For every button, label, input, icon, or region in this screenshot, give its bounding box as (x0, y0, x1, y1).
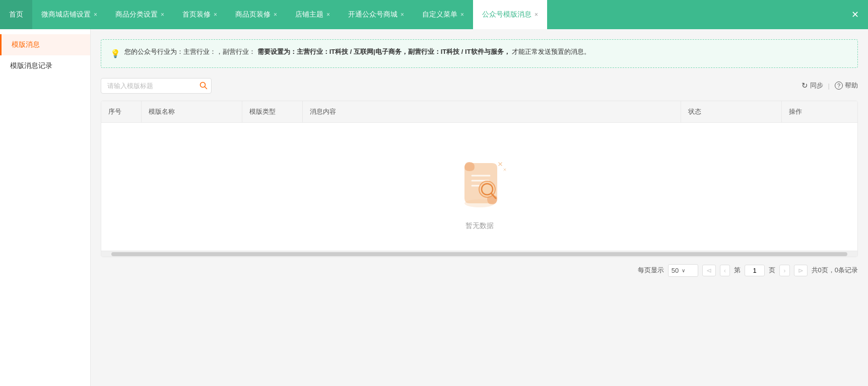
col-name: 模版名称 (142, 101, 242, 122)
tab-homepage-deco-label: 首页装修 (182, 10, 211, 19)
table-scrollbar[interactable] (101, 251, 857, 257)
page-label: 第 (734, 266, 741, 275)
tab-open-mall-close[interactable]: × (400, 11, 404, 18)
tab-custom-menu-close[interactable]: × (460, 11, 464, 18)
tab-product-category-label: 商品分类设置 (115, 10, 158, 19)
data-table: 序号 模版名称 模版类型 消息内容 状态 操作 (101, 101, 858, 257)
notice-icon: 💡 (110, 47, 120, 60)
prev-page-button[interactable]: ‹ (720, 265, 730, 276)
search-left (101, 78, 212, 94)
pagination: 每页显示 50 ∨ ⊲ ‹ 第 页 › ⊳ 共0页，0条记录 (101, 257, 858, 277)
empty-svg (449, 153, 510, 213)
search-right: ↻ 同步 | ? 帮助 (802, 81, 858, 90)
first-page-button[interactable]: ⊲ (702, 265, 716, 276)
tab-custom-menu-label: 自定义菜单 (422, 10, 457, 19)
search-bar: ↻ 同步 | ? 帮助 (101, 78, 858, 94)
search-icon (199, 82, 208, 90)
col-type: 模版类型 (242, 101, 303, 122)
sidebar-item-template-msg-record-label: 模版消息记录 (10, 61, 52, 69)
empty-illustration (449, 153, 510, 213)
tab-store-theme[interactable]: 店铺主题 × (286, 0, 339, 29)
tab-homepage-deco[interactable]: 首页装修 × (173, 0, 226, 29)
col-status: 状态 (681, 101, 782, 122)
tab-home[interactable]: 首页 (0, 0, 32, 29)
col-action: 操作 (782, 101, 857, 122)
tab-product-category[interactable]: 商品分类设置 × (106, 0, 173, 29)
sidebar-item-template-msg[interactable]: 模版消息 (0, 34, 90, 55)
tab-product-deco-label: 商品页装修 (235, 10, 271, 19)
table-header: 序号 模版名称 模版类型 消息内容 状态 操作 (101, 101, 857, 123)
notice-text: 您的公众号行业为：主营行业：，副营行业： 需要设置为：主营行业：IT科技 / 互… (124, 47, 590, 57)
col-content: 消息内容 (303, 101, 681, 122)
tab-store-theme-close[interactable]: × (326, 11, 330, 18)
divider: | (828, 82, 830, 90)
tab-homepage-deco-close[interactable]: × (214, 11, 217, 18)
tab-wshop-settings[interactable]: 微商城店铺设置 × (32, 0, 106, 29)
page-total: 共0页，0条记录 (812, 266, 858, 275)
per-page-label: 每页显示 (638, 266, 664, 275)
tab-wshop-settings-close[interactable]: × (94, 11, 97, 18)
tab-open-mall-label: 开通公众号商城 (348, 10, 397, 19)
content-area: 💡 您的公众号行业为：主营行业：，副营行业： 需要设置为：主营行业：IT科技 /… (91, 29, 868, 386)
help-icon: ? (835, 82, 843, 90)
empty-text: 暂无数据 (465, 221, 494, 230)
close-all-tabs-button[interactable]: ✕ (842, 0, 868, 29)
sync-icon: ↻ (802, 81, 808, 90)
tab-store-theme-label: 店铺主题 (295, 10, 323, 19)
last-page-button[interactable]: ⊳ (794, 265, 808, 276)
top-nav: 首页 微商城店铺设置 × 商品分类设置 × 首页装修 × 商品页装修 × 店铺主… (0, 0, 868, 29)
tab-template-msg[interactable]: 公众号模版消息 × (473, 0, 547, 29)
search-input[interactable] (101, 78, 212, 94)
sidebar: 模版消息 模版消息记录 (0, 29, 91, 386)
tab-product-deco-close[interactable]: × (274, 11, 277, 18)
tab-product-deco[interactable]: 商品页装修 × (226, 0, 286, 29)
tab-wshop-settings-label: 微商城店铺设置 (41, 10, 91, 19)
help-button[interactable]: ? 帮助 (835, 81, 858, 90)
notice-text-highlight: 需要设置为：主营行业：IT科技 / 互联网|电子商务，副营行业：IT科技 / I… (257, 48, 510, 55)
tab-home-label: 首页 (9, 10, 23, 19)
per-page-select[interactable]: 50 ∨ (668, 264, 698, 277)
page-unit: 页 (769, 266, 775, 275)
empty-state: 暂无数据 (101, 123, 857, 251)
tab-template-msg-close[interactable]: × (535, 11, 538, 18)
help-label: 帮助 (845, 81, 858, 90)
sidebar-item-template-msg-record[interactable]: 模版消息记录 (0, 55, 90, 76)
notice-text-after: 才能正常发送预置的消息。 (512, 48, 590, 55)
per-page-value: 50 (672, 267, 679, 274)
col-index: 序号 (101, 101, 142, 122)
notice-box: 💡 您的公众号行业为：主营行业：，副营行业： 需要设置为：主营行业：IT科技 /… (101, 39, 858, 68)
svg-line-1 (205, 87, 207, 89)
search-button[interactable] (199, 82, 208, 90)
tab-custom-menu[interactable]: 自定义菜单 × (413, 0, 473, 29)
notice-text-before: 您的公众号行业为：主营行业：，副营行业： (124, 48, 255, 55)
current-page-input[interactable] (745, 265, 765, 276)
scrollbar-thumb[interactable] (111, 252, 847, 256)
sidebar-item-template-msg-label: 模版消息 (12, 40, 40, 48)
tab-template-msg-label: 公众号模版消息 (482, 10, 531, 19)
sync-label: 同步 (810, 81, 823, 90)
search-input-wrap (101, 78, 212, 94)
sync-button[interactable]: ↻ 同步 (802, 81, 823, 90)
per-page-chevron-icon: ∨ (682, 268, 685, 273)
main-layout: 模版消息 模版消息记录 💡 您的公众号行业为：主营行业：，副营行业： 需要设置为… (0, 29, 868, 386)
next-page-button[interactable]: › (779, 265, 789, 276)
tab-open-mall[interactable]: 开通公众号商城 × (339, 0, 413, 29)
tab-product-category-close[interactable]: × (161, 11, 164, 18)
